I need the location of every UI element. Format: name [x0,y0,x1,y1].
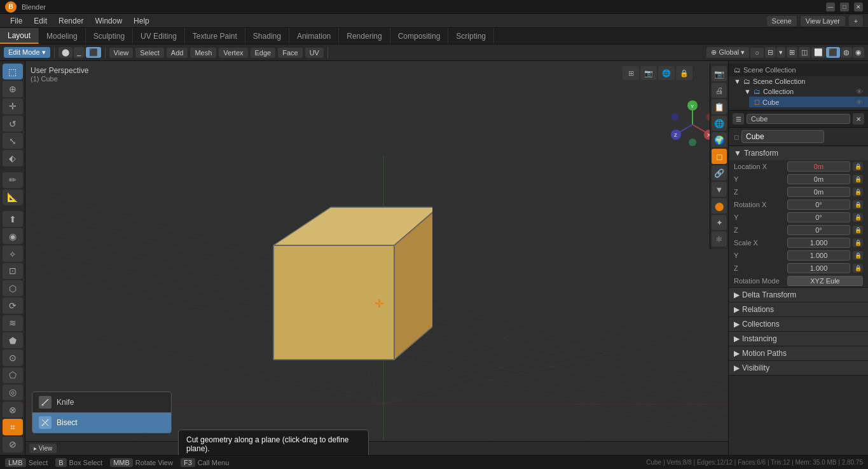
camera-view-button[interactable]: 📷 [640,66,657,80]
cube-visibility-icon[interactable]: 👁 [856,99,863,106]
tool-spin[interactable]: ⟳ [3,297,23,313]
instancing-header[interactable]: ▶ Instancing [729,332,868,346]
rs-icon-object[interactable]: ◻ [712,149,727,164]
ctx-bisect[interactable]: Bisect [32,412,171,433]
outliner-collection[interactable]: ▼ 🗂 Collection 👁 [739,86,868,97]
wireframe-mode[interactable]: ⬜ [811,47,825,58]
tool-scale[interactable]: ⤡ [3,133,23,149]
motion-paths-header[interactable]: ▶ Motion Paths [729,346,868,360]
tool-inset[interactable]: ◉ [3,228,23,244]
tool-rotate[interactable]: ↺ [3,116,23,132]
tab-compositing[interactable]: Compositing [390,28,449,44]
close-button[interactable]: ✕ [854,3,863,11]
outliner-cube[interactable]: ◻ Cube 👁 [749,97,868,107]
rs-icon-output[interactable]: 🖨 [712,83,727,98]
scale-x-value[interactable]: 1.000 [787,238,850,248]
tab-sculpting[interactable]: Sculpting [86,28,133,44]
scene-selector[interactable]: Scene [767,16,797,26]
tool-cursor[interactable]: ⊕ [3,81,23,97]
tool-smooth[interactable]: ≋ [3,315,23,331]
solid-mode[interactable]: ⬛ [826,47,840,58]
edge-mode-button[interactable]: ⎯ [74,47,85,58]
camera-nav-button[interactable]: ⊞ [623,66,639,80]
tab-layout[interactable]: Layout [0,28,39,44]
view-menu[interactable]: View [109,48,134,58]
face-menu[interactable]: Face [278,48,302,58]
ctx-knife[interactable]: Knife [32,392,171,412]
relations-header[interactable]: ▶ Relations [729,302,868,316]
tool-shrink-fatten[interactable]: ⊙ [3,350,23,365]
location-y-value[interactable]: 0m [787,174,850,184]
rs-icon-render[interactable]: 📷 [712,66,727,81]
tool-bevel[interactable]: ⟡ [3,245,23,261]
delta-transform-header[interactable]: ▶ Delta Transform [729,288,868,302]
rotation-x-value[interactable]: 0° [787,200,850,210]
menu-window[interactable]: Window [90,15,127,27]
vertex-mode-button[interactable]: ⬤ [59,47,72,58]
rotation-z-value[interactable]: 0° [787,225,850,235]
menu-help[interactable]: Help [128,15,155,27]
rs-icon-material[interactable]: ⬤ [712,198,727,214]
location-x-lock[interactable]: 🔒 [853,162,863,171]
select-menu[interactable]: Select [135,48,164,58]
xray-button[interactable]: ◫ [799,47,810,58]
visibility-icon[interactable]: 👁 [856,88,863,95]
tool-loop-cut[interactable]: ⊡ [3,263,23,279]
tool-edge-slide[interactable]: ⬟ [3,332,23,348]
rotation-y-value[interactable]: 0° [787,212,850,222]
snap-button[interactable]: ⊟ [765,47,776,58]
global-transform[interactable]: ⊕ Global ▾ [706,47,749,58]
tool-move[interactable]: ✛ [3,99,23,114]
tab-modeling[interactable]: Modeling [39,28,86,44]
menu-edit[interactable]: Edit [29,15,52,27]
maximize-button[interactable]: □ [840,3,849,11]
scale-z-lock[interactable]: 🔒 [853,264,863,273]
location-z-value[interactable]: 0m [787,187,850,197]
tool-extrude[interactable]: ⬆ [3,211,23,227]
menu-render[interactable]: Render [53,15,88,27]
edge-menu[interactable]: Edge [251,48,276,58]
rs-icon-world[interactable]: 🌍 [712,132,727,147]
lock-view-button[interactable]: 🔒 [676,66,692,80]
vp-view-menu[interactable]: ▸ View [29,444,57,453]
tab-animation[interactable]: Animation [289,28,339,44]
view-layer-selector[interactable]: View Layer [801,16,845,26]
rotation-y-lock[interactable]: 🔒 [853,213,863,222]
rs-icon-physics[interactable]: ⚛ [712,231,727,247]
add-workspace-button[interactable]: + [849,15,863,27]
outliner-scene-collection[interactable]: ▼ 🗂 Scene Collection [729,76,868,86]
tab-rendering[interactable]: Rendering [339,28,390,44]
tab-uv-editing[interactable]: UV Editing [133,28,185,44]
scale-x-lock[interactable]: 🔒 [853,238,863,247]
tool-poly-build[interactable]: ⬡ [3,280,23,296]
visibility-header[interactable]: ▶ Visibility [729,361,868,375]
rotation-z-lock[interactable]: 🔒 [853,226,863,234]
tab-texture-paint[interactable]: Texture Paint [185,28,245,44]
transform-header[interactable]: ▼ Transform [729,146,868,160]
vertex-menu[interactable]: Vertex [219,48,247,58]
rotation-mode-value[interactable]: XYZ Eule [787,276,863,286]
tool-rip[interactable]: ⊗ [3,402,23,418]
tab-shading[interactable]: Shading [245,28,289,44]
tool-to-sphere[interactable]: ◎ [3,384,23,400]
rs-icon-scene[interactable]: 🌐 [712,116,727,131]
tool-measure[interactable]: 📐 [3,189,23,205]
viewport-3d[interactable]: ✛ User Perspective (1) Cube ⊞ 📷 🌐 🔒 Y [25,61,728,455]
location-y-lock[interactable]: 🔒 [853,175,863,184]
material-mode[interactable]: ◍ [841,47,852,58]
rs-icon-constraints[interactable]: 🔗 [712,165,727,180]
world-orient-button[interactable]: 🌐 [658,66,675,80]
add-menu[interactable]: Add [167,48,188,58]
location-x-value[interactable]: 0m [787,161,850,172]
uv-menu[interactable]: UV [305,48,324,58]
proportional-editing[interactable]: ○ [750,48,764,58]
props-close-button[interactable]: ✕ [853,113,864,125]
rs-icon-view-layer[interactable]: 📋 [712,99,727,114]
rs-icon-particles[interactable]: ✦ [712,215,727,230]
tool-select[interactable]: ⬚ [3,64,23,79]
tool-bisect[interactable]: ⊘ [3,437,23,452]
object-name-input[interactable] [741,130,824,143]
scale-z-value[interactable]: 1.000 [787,263,850,273]
menu-file[interactable]: File [5,15,27,27]
tool-knife[interactable]: ⌗ [3,419,23,435]
